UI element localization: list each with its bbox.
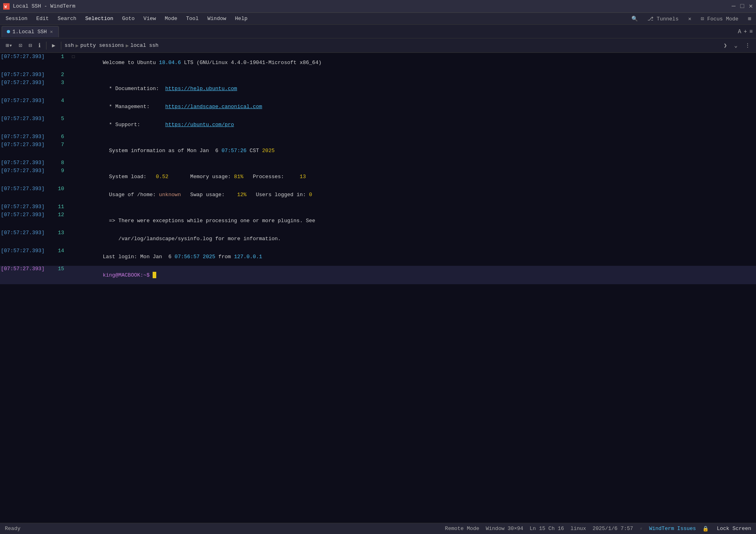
table-row: [07:57:27.393] 13 /var/log/landscape/sys… [0,230,756,248]
line-content: System load: 0.52 Memory usage: 81% Proc… [78,168,755,186]
menu-goto[interactable]: Goto [118,14,139,23]
terminal-empty-area [0,285,756,523]
line-content: System information as of Mon Jan 6 07:57… [78,142,755,160]
line-content: /var/log/landscape/sysinfo.log for more … [78,230,755,248]
line-number: 11 [53,204,69,210]
tab-bar: 1.Local SSH ✕ A + ≡ [0,25,756,38]
line-timestamp: [07:57:27.393] [1,212,53,218]
line-content: * Documentation: https://help.ubuntu.com [78,80,755,98]
title-bar: W Local SSH - WindTerm ─ □ ✕ [0,0,756,13]
line-content: Last login: Mon Jan 6 07:56:57 2025 from… [78,248,755,266]
table-row: [07:57:27.393] 6 [0,134,756,142]
menu-session[interactable]: Session [2,14,32,23]
status-window-size: Window 30×94 [486,526,523,532]
more-button[interactable]: ⋮ [742,41,753,50]
line-icon: □ [69,54,78,59]
menu-search[interactable]: Search [54,14,81,23]
menu-mode[interactable]: Mode [161,14,181,23]
tunnels-button[interactable]: ⎇ Tunnels [644,14,681,24]
line-number: 7 [53,142,69,148]
run-button[interactable]: ▶ [50,41,58,50]
search-menu-icon[interactable]: 🔍 [628,14,641,24]
breadcrumb-sep-2: ▶ [126,42,129,49]
line-number: 2 [53,72,69,78]
tab-menu-button[interactable]: ≡ [750,28,753,35]
line-timestamp: [07:57:27.393] [1,116,53,122]
status-issues: Issues [677,526,696,532]
line-number: 6 [53,134,69,140]
breadcrumb-ssh[interactable]: ssh [65,42,74,48]
close-pane-icon[interactable]: ✕ [685,14,695,24]
line-number: 14 [53,248,69,254]
line-timestamp: [07:57:27.393] [1,134,53,140]
table-row: [07:57:27.393] 9 System load: 0.52 Memor… [0,168,756,186]
line-timestamp: [07:57:27.393] [1,80,53,86]
line-timestamp: [07:57:27.393] [1,204,53,210]
table-row: [07:57:27.393] 10 Usage of /home: unknow… [0,186,756,204]
menu-view[interactable]: View [139,14,160,23]
split-v-button[interactable]: ⊟ [26,41,34,50]
line-number: 13 [53,230,69,236]
window-controls: ─ □ ✕ [732,3,753,10]
table-row: [07:57:27.393] 7 System information as o… [0,142,756,160]
table-row: [07:57:27.393] 11 [0,204,756,212]
status-datetime: 2025/1/6 7:57 [593,526,633,532]
line-number: 8 [53,160,69,166]
line-content: * Support: https://ubuntu.com/pro [78,116,755,134]
line-timestamp: [07:57:27.393] [1,72,53,78]
close-button[interactable]: ✕ [749,3,753,10]
table-row: [07:57:27.393] 12 => There were exceptio… [0,212,756,230]
menu-edit[interactable]: Edit [32,14,53,23]
table-row: [07:57:27.393] 5 * Support: https://ubun… [0,116,756,134]
line-number: 12 [53,212,69,218]
menu-selection[interactable]: Selection [81,14,117,23]
tab-label: 1.Local SSH [12,29,47,35]
line-number: 15 [53,266,69,272]
line-content: Welcome to Ubuntu 18.04.6 LTS (GNU/Linux… [78,54,755,72]
breadcrumb-putty[interactable]: putty sessions [80,42,124,48]
line-number: 3 [53,80,69,86]
split-h-button[interactable]: ⊡ [16,41,24,50]
menu-tool[interactable]: Tool [182,14,203,23]
terminal-area[interactable]: [07:57:27.393] 1 □ Welcome to Ubuntu 18.… [0,53,756,523]
line-number: 1 [53,54,69,60]
window-title: Local SSH - WindTerm [13,3,732,9]
maximize-button[interactable]: □ [740,3,744,10]
line-timestamp: [07:57:27.393] [1,266,53,272]
table-row: [07:57:27.393] 4 * Management: https://l… [0,98,756,116]
status-windterm-link[interactable]: WindTerm Issues [649,526,696,532]
tab-font-size[interactable]: A [738,28,741,35]
line-number: 10 [53,186,69,192]
info-button[interactable]: ℹ [36,41,43,50]
tab-indicator [7,30,10,33]
tab-close-button[interactable]: ✕ [49,28,54,36]
table-row: [07:57:27.393] 3 * Documentation: https:… [0,80,756,98]
tab-bar-controls: A + ≡ [738,28,756,35]
minimize-button[interactable]: ─ [732,3,736,10]
line-number: 5 [53,116,69,122]
line-content: * Management: https://landscape.canonica… [78,98,755,116]
expand-button[interactable]: ⌄ [732,41,740,50]
line-timestamp: [07:57:27.393] [1,248,53,254]
new-session-button[interactable]: ⊞▾ [3,41,15,50]
window-layout-icon[interactable]: ⊞ [745,14,754,24]
line-timestamp: [07:57:27.393] [1,168,53,174]
tab-local-ssh[interactable]: 1.Local SSH ✕ [2,26,59,37]
menu-help[interactable]: Help [231,14,252,23]
breadcrumb-localssh[interactable]: local ssh [130,42,158,48]
line-number: 9 [53,168,69,174]
menu-right-actions: 🔍 ⎇ Tunnels ✕ ⊡ Focus Mode ⊞ [628,14,754,24]
line-timestamp: [07:57:27.393] [1,142,53,148]
table-row: [07:57:27.393] 1 □ Welcome to Ubuntu 18.… [0,54,756,72]
focus-mode-button[interactable]: ⊡ Focus Mode [698,14,742,24]
toolbar: ⊞▾ ⊡ ⊟ ℹ ▶ ssh ▶ putty sessions ▶ local … [0,38,756,53]
tab-add-button[interactable]: + [744,28,747,35]
collapse-button[interactable]: ❯ [721,41,729,50]
breadcrumb-sep-1: ▶ [76,42,79,49]
status-os: linux [571,526,586,532]
breadcrumb: ssh ▶ putty sessions ▶ local ssh [65,42,159,49]
cursor [153,272,156,278]
status-ready: Ready [5,526,20,532]
lock-screen-button[interactable]: Lock Screen [717,526,751,532]
menu-window[interactable]: Window [204,14,230,23]
